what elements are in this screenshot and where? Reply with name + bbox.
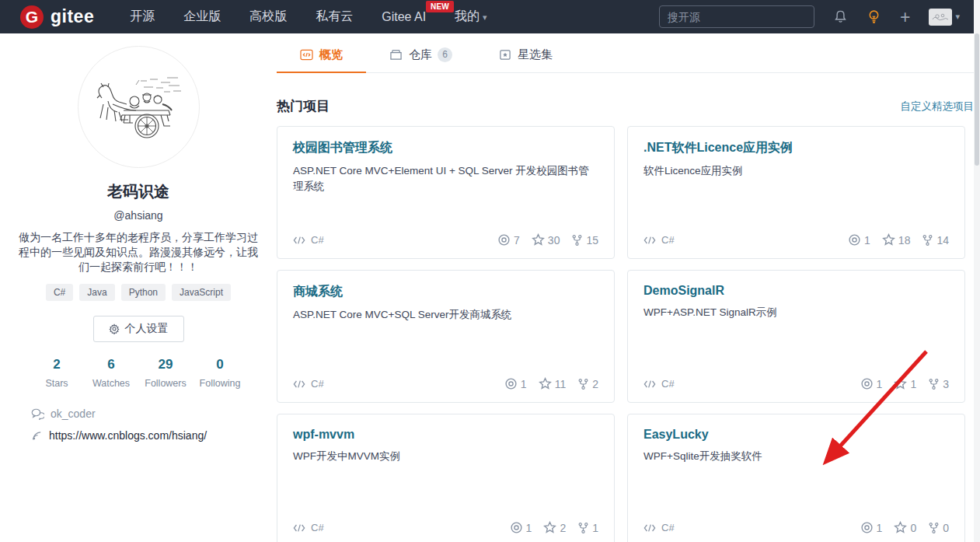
nav-item-opensource[interactable]: 开源 xyxy=(130,9,155,25)
project-card[interactable]: DemoSignalR WPF+ASP.NET SignalR示例 C# 1 1… xyxy=(627,270,965,403)
star-icon xyxy=(882,233,895,247)
tab-star-collections[interactable]: 星选集 xyxy=(476,47,576,72)
wechat-row: ok_coder xyxy=(31,407,277,420)
fork-icon xyxy=(922,234,933,247)
stars-count[interactable]: 11 xyxy=(539,377,567,390)
project-title[interactable]: wpf-mvvm xyxy=(293,428,354,442)
eye-icon xyxy=(848,233,861,247)
gitee-logo-text: gitee xyxy=(51,6,94,27)
tag-javascript[interactable]: JavaScript xyxy=(172,284,231,301)
project-description: ASP.NET Core MVC+Element UI + SQL Server… xyxy=(293,163,598,194)
blog-link[interactable]: https://www.cnblogs.com/hsiang/ xyxy=(49,429,207,442)
project-description: 软件Licence应用实例 xyxy=(643,163,949,179)
project-language: C# xyxy=(661,378,675,390)
plus-icon[interactable]: + xyxy=(900,9,910,25)
nav-item-gitee-ai[interactable]: Gitee AI NEW xyxy=(382,10,426,24)
nav-item-education[interactable]: 高校版 xyxy=(249,9,287,25)
stat-following[interactable]: 0 Following xyxy=(193,357,247,389)
stat-watches[interactable]: 6 Watches xyxy=(84,357,138,389)
page-scrollbar[interactable] xyxy=(974,0,980,542)
nav-item-enterprise[interactable]: 企业版 xyxy=(183,9,221,25)
fork-icon xyxy=(571,234,583,247)
profile-tabs: 概览 仓库 6 星选集 xyxy=(277,33,974,73)
stars-count[interactable]: 18 xyxy=(882,233,911,247)
project-card[interactable]: 商城系统 ASP.NET Core MVC+SQL Server开发商城系统 C… xyxy=(277,270,615,403)
rss-icon xyxy=(31,430,43,442)
project-card[interactable]: .NET软件Licence应用实例 软件Licence应用实例 C# 1 18 … xyxy=(627,126,965,259)
forks-count[interactable]: 1 xyxy=(577,522,598,534)
stars-label: Stars xyxy=(30,378,84,389)
customize-featured-link[interactable]: 自定义精选项目 xyxy=(901,100,975,114)
skill-tags: C# Java Python JavaScript xyxy=(0,284,277,301)
views-count[interactable]: 1 xyxy=(510,521,532,534)
navbar-right: + ▾ xyxy=(659,5,960,28)
user-avatar-small[interactable] xyxy=(929,9,952,26)
stat-stars[interactable]: 2 Stars xyxy=(30,357,84,389)
project-grid: 校园图书管理系统 ASP.NET Core MVC+Element UI + S… xyxy=(277,126,965,542)
scrollbar-thumb[interactable] xyxy=(975,33,979,166)
views-count[interactable]: 1 xyxy=(860,521,883,534)
star-icon xyxy=(543,521,556,534)
forks-count[interactable]: 14 xyxy=(922,234,949,247)
tag-csharp[interactable]: C# xyxy=(46,284,73,301)
project-title[interactable]: .NET软件Licence应用实例 xyxy=(643,140,793,156)
forks-count[interactable]: 0 xyxy=(928,522,949,534)
gitee-logo[interactable]: G gitee xyxy=(20,5,94,29)
tab-repositories[interactable]: 仓库 6 xyxy=(366,47,476,72)
nav-item-private-cloud[interactable]: 私有云 xyxy=(316,9,353,25)
tag-python[interactable]: Python xyxy=(121,284,166,301)
project-title[interactable]: EasyLucky xyxy=(643,428,709,442)
project-card[interactable]: EasyLucky WPF+Sqlite开发抽奖软件 C# 1 0 0 xyxy=(627,414,965,542)
views-count[interactable]: 7 xyxy=(497,233,520,247)
project-description: WPF+ASP.NET SignalR示例 xyxy=(643,305,949,320)
project-title[interactable]: 校园图书管理系统 xyxy=(293,140,392,156)
stars-count[interactable]: 1 xyxy=(894,377,916,390)
section-title: 热门项目 xyxy=(277,97,330,115)
nav-item-mine[interactable]: 我的▾ xyxy=(455,9,487,25)
repo-count-badge: 6 xyxy=(438,47,452,62)
project-footer: C# 1 0 0 xyxy=(643,521,949,534)
lightbulb-icon[interactable] xyxy=(867,9,881,24)
website-row: https://www.cnblogs.com/hsiang/ xyxy=(31,429,277,442)
stars-count: 2 xyxy=(30,357,84,372)
project-card[interactable]: 校园图书管理系统 ASP.NET Core MVC+Element UI + S… xyxy=(277,126,615,259)
project-footer: C# 1 18 14 xyxy=(643,233,949,247)
profile-avatar[interactable] xyxy=(78,46,200,168)
project-language: C# xyxy=(311,234,324,246)
forks-count[interactable]: 2 xyxy=(577,378,598,390)
views-count[interactable]: 1 xyxy=(860,377,883,390)
tab-overview[interactable]: 概览 xyxy=(277,47,366,72)
profile-username: @ahsiang xyxy=(0,209,277,222)
repo-icon xyxy=(389,49,403,61)
wechat-icon xyxy=(31,408,44,420)
views-count[interactable]: 1 xyxy=(504,377,527,390)
watches-label: Watches xyxy=(84,378,138,389)
forks-count[interactable]: 3 xyxy=(928,378,949,390)
horse-cart-sketch xyxy=(89,64,187,151)
views-count[interactable]: 1 xyxy=(848,233,870,247)
project-title[interactable]: 商城系统 xyxy=(293,284,343,300)
following-label: Following xyxy=(193,378,247,389)
bell-icon[interactable] xyxy=(833,9,848,24)
forks-count[interactable]: 15 xyxy=(571,234,598,247)
search-input[interactable] xyxy=(659,5,814,28)
fork-icon xyxy=(928,378,940,390)
project-title[interactable]: DemoSignalR xyxy=(643,284,724,298)
code-icon xyxy=(293,236,305,245)
stars-count[interactable]: 2 xyxy=(543,521,566,534)
stars-count[interactable]: 30 xyxy=(532,233,560,247)
stat-followers[interactable]: 29 Followers xyxy=(138,357,193,389)
tab-repositories-label: 仓库 xyxy=(409,47,432,62)
code-icon xyxy=(293,523,305,533)
personal-settings-button[interactable]: 个人设置 xyxy=(93,316,184,342)
followers-count: 29 xyxy=(138,357,193,372)
settings-button-label: 个人设置 xyxy=(125,322,169,336)
contact-info: ok_coder https://www.cnblogs.com/hsiang/ xyxy=(31,407,277,442)
project-footer: C# 1 2 1 xyxy=(293,521,598,534)
avatar-chevron-down-icon[interactable]: ▾ xyxy=(955,12,960,22)
tag-java[interactable]: Java xyxy=(79,284,114,301)
gitee-logo-icon: G xyxy=(20,5,44,29)
project-card[interactable]: wpf-mvvm WPF开发中MVVM实例 C# 1 2 1 xyxy=(277,414,615,542)
project-description: WPF+Sqlite开发抽奖软件 xyxy=(643,449,949,464)
stars-count[interactable]: 0 xyxy=(894,521,916,534)
